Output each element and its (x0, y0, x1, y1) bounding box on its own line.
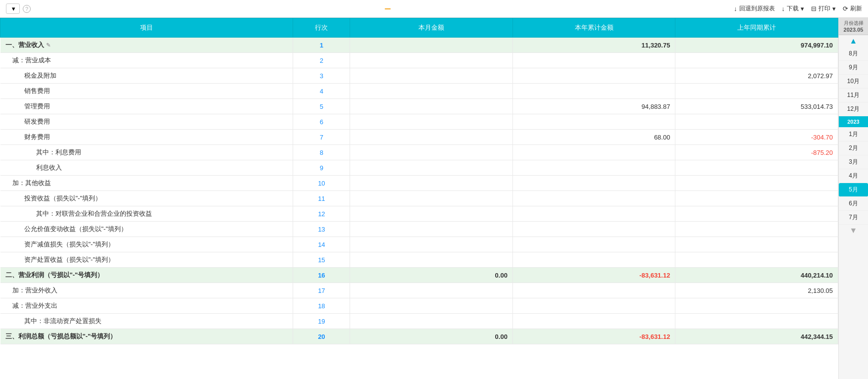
table-row: 公允价值变动收益（损失以"-"填列）13 (0, 222, 838, 237)
current-month-value (350, 99, 513, 114)
col-header-ytd: 本年累计金额 (512, 18, 675, 38)
row-number: 4 (293, 84, 350, 99)
edit-icon[interactable]: ✎ (46, 42, 51, 48)
table-row: 其中：对联营企业和合营企业的投资收益12 (0, 206, 838, 222)
ytd-value: -83,631.12 (512, 268, 675, 283)
prev-ytd-value: 442,344.15 (675, 329, 838, 344)
help-icon[interactable]: ? (23, 5, 31, 13)
row-number: 20 (293, 329, 350, 344)
prev-ytd-value (675, 84, 838, 99)
row-label: 利息收入 (0, 160, 293, 176)
back-button[interactable]: ↓ 回退到原报表 (734, 4, 775, 13)
prev-ytd-value (675, 53, 838, 68)
row-number: 14 (293, 237, 350, 252)
month-item[interactable]: 8月 (839, 47, 868, 61)
table-row: 一、营业收入✎111,320.75974,997.10 (0, 38, 838, 53)
table-row: 三、利润总额（亏损总额以"-"号填列）200.00-83,631.12442,3… (0, 329, 838, 344)
prev-ytd-value (675, 252, 838, 268)
chevron-down-icon: ▼ (850, 226, 858, 235)
current-year-month: 2023.05 (840, 27, 867, 33)
table-row: 利息收入9 (0, 160, 838, 176)
month-item[interactable]: 9月 (839, 61, 868, 75)
col-header-item: 项目 (0, 18, 293, 38)
current-month-value (350, 84, 513, 99)
current-month-value (350, 252, 513, 268)
table-row: 二、营业利润（亏损以"-"号填列）160.00-83,631.12440,214… (0, 268, 838, 283)
table-row: 管理费用594,883.87533,014.73 (0, 99, 838, 114)
current-month-value: 0.00 (350, 268, 513, 283)
col-header-row: 行次 (293, 18, 350, 38)
prev-ytd-value (675, 191, 838, 206)
download-chevron-icon: ▾ (801, 5, 804, 12)
month-item[interactable]: 10月 (839, 75, 868, 89)
month-item[interactable]: 1月 (839, 128, 868, 142)
ytd-value (512, 114, 675, 130)
download-button[interactable]: ↓ 下载 ▾ (782, 4, 805, 13)
month-nav-down[interactable]: ▼ (839, 225, 868, 237)
ytd-value (512, 314, 675, 329)
current-month-value: 0.00 (350, 329, 513, 344)
refresh-icon: ⟳ (843, 5, 848, 12)
prev-ytd-value: -875.20 (675, 145, 838, 160)
month-nav-up[interactable]: ▲ (839, 35, 868, 47)
row-label: 管理费用 (0, 99, 293, 114)
row-label: 税金及附加 (0, 68, 293, 84)
table-row: 资产处置收益（损失以"-"填列）15 (0, 252, 838, 268)
prev-ytd-value: 533,014.73 (675, 99, 838, 114)
prev-ytd-value (675, 222, 838, 237)
row-number: 16 (293, 268, 350, 283)
row-number: 2 (293, 53, 350, 68)
row-number: 8 (293, 145, 350, 160)
print-button[interactable]: ⊟ 打印 ▾ (811, 4, 836, 13)
row-number: 10 (293, 176, 350, 191)
top-bar-right: ↓ 回退到原报表 ↓ 下载 ▾ ⊟ 打印 ▾ ⟳ 刷新 (734, 4, 862, 13)
prev-ytd-value (675, 314, 838, 329)
table-row: 减：营业成本2 (0, 53, 838, 68)
row-number: 11 (293, 191, 350, 206)
row-label: 公允价值变动收益（损失以"-"填列） (0, 222, 293, 237)
table-row: 加：其他收益10 (0, 176, 838, 191)
current-month-value (350, 206, 513, 222)
month-item[interactable]: 11月 (839, 89, 868, 102)
scope-dropdown[interactable]: ▾ (6, 3, 20, 14)
row-number: 9 (293, 160, 350, 176)
ytd-value (512, 237, 675, 252)
ytd-value: 11,320.75 (512, 38, 675, 53)
row-number: 3 (293, 68, 350, 84)
month-item[interactable]: 12月 (839, 102, 868, 116)
table-row: 减：营业外支出18 (0, 298, 838, 314)
month-item[interactable]: 2023 (839, 116, 868, 128)
month-item[interactable]: 5月 (839, 183, 868, 197)
prev-ytd-value (675, 206, 838, 222)
row-label: 资产减值损失（损失以"-"填列） (0, 237, 293, 252)
prev-ytd-value: 440,214.10 (675, 268, 838, 283)
row-label: 销售费用 (0, 84, 293, 99)
month-sidebar-title: 月份选择 2023.05 (839, 18, 868, 35)
refresh-button[interactable]: ⟳ 刷新 (843, 4, 862, 13)
table-row: 其中：利息费用8-875.20 (0, 145, 838, 160)
top-bar-left: ▾ ? (6, 3, 31, 14)
table-row: 投资收益（损失以"-"填列）11 (0, 191, 838, 206)
ytd-value (512, 176, 675, 191)
month-item[interactable]: 2月 (839, 142, 868, 155)
download-icon: ↓ (782, 5, 785, 12)
table-area: 项目 行次 本月金额 本年累计金额 上年同期累计 一、营业收入✎111,320.… (0, 18, 838, 379)
ytd-value (512, 222, 675, 237)
row-label: 投资收益（损失以"-"填列） (0, 191, 293, 206)
table-row: 销售费用4 (0, 84, 838, 99)
ytd-value (512, 68, 675, 84)
month-item[interactable]: 3月 (839, 155, 868, 169)
row-label: 加：其他收益 (0, 176, 293, 191)
current-month-value (350, 114, 513, 130)
month-item[interactable]: 6月 (839, 197, 868, 211)
row-number: 19 (293, 314, 350, 329)
month-item[interactable]: 4月 (839, 169, 868, 183)
ytd-value (512, 191, 675, 206)
status-badge (385, 8, 391, 9)
prev-ytd-value (675, 160, 838, 176)
current-month-value (350, 191, 513, 206)
prev-ytd-value: 2,072.97 (675, 68, 838, 84)
prev-ytd-value: 974,997.10 (675, 38, 838, 53)
month-item[interactable]: 7月 (839, 211, 868, 225)
ytd-value (512, 298, 675, 314)
